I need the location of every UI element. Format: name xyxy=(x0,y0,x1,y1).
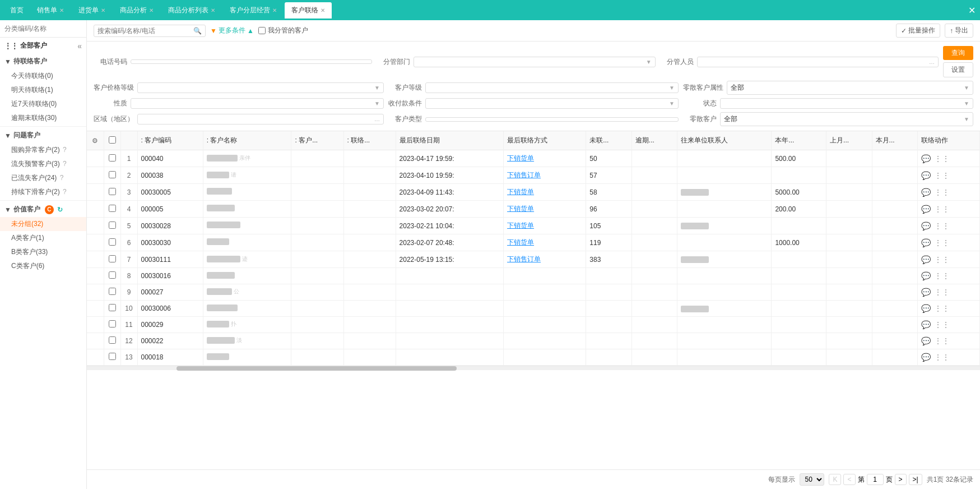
close-product-analysis-list-icon[interactable]: ✕ xyxy=(211,7,215,13)
filter-price-tier-select[interactable]: ▼ xyxy=(137,82,384,93)
row-checkbox[interactable] xyxy=(104,201,120,218)
chat-icon[interactable]: 💬 xyxy=(921,271,931,280)
sidebar-item-churned[interactable]: 已流失客户(24) ? xyxy=(0,171,86,185)
close-customer-contact-icon[interactable]: ✕ xyxy=(321,7,325,13)
row-checkbox[interactable] xyxy=(104,150,120,167)
th-overdue[interactable]: 逾期... xyxy=(631,131,677,150)
tab-customer-tier[interactable]: 客户分层经营 ✕ xyxy=(223,2,284,19)
more-actions-icon[interactable]: ⋮⋮ xyxy=(934,271,950,280)
home-tab[interactable]: 首页 xyxy=(4,2,29,19)
th-not-linked[interactable]: 未联... xyxy=(586,131,631,150)
chat-icon[interactable]: 💬 xyxy=(921,288,931,297)
more-actions-icon[interactable]: ⋮⋮ xyxy=(934,336,950,345)
filter-phone-input[interactable] xyxy=(131,59,372,64)
sidebar-item-today-pending[interactable]: 今天待联络(0) xyxy=(0,69,86,83)
close-product-analysis-icon[interactable]: ✕ xyxy=(149,7,154,13)
pending-group-header[interactable]: ▼ 待联络客户 xyxy=(0,54,86,69)
th-last-month[interactable]: 上月... xyxy=(826,131,872,150)
tab-product-analysis-list[interactable]: 商品分析列表 ✕ xyxy=(161,2,222,19)
more-actions-icon[interactable]: ⋮⋮ xyxy=(934,222,950,230)
prev-page-button[interactable]: < xyxy=(843,474,855,485)
row-checkbox[interactable] xyxy=(104,317,120,333)
tab-sales-order[interactable]: 销售单 ✕ xyxy=(30,2,71,19)
th-last-contact-method[interactable]: 最后联络方式 xyxy=(504,131,586,150)
filter-dept-select[interactable]: ▼ xyxy=(414,57,655,67)
chat-icon[interactable]: 💬 xyxy=(921,222,931,230)
row-checkbox[interactable] xyxy=(104,167,120,184)
filter-status-select[interactable]: ▼ xyxy=(720,98,973,109)
chat-icon[interactable]: 💬 xyxy=(921,154,931,163)
batch-ops-button[interactable]: ✓ 批量操作 xyxy=(896,24,940,38)
close-customer-tier-icon[interactable]: ✕ xyxy=(272,7,277,13)
tab-purchase-order[interactable]: 进货单 ✕ xyxy=(72,2,112,19)
chat-icon[interactable]: 💬 xyxy=(921,188,931,197)
reset-button[interactable]: 设置 xyxy=(943,62,973,77)
filter-cust-tier-select[interactable]: ▼ xyxy=(425,82,679,93)
filter-region-select[interactable]: … xyxy=(137,114,384,124)
more-conditions-toggle[interactable]: ▼ 更多条件 ▲ xyxy=(210,26,254,35)
th-contacts[interactable]: 往来单位联系人 xyxy=(677,131,772,150)
row-checkbox[interactable] xyxy=(104,284,120,301)
sidebar-item-7day-pending[interactable]: 近7天待联络(0) xyxy=(0,97,86,111)
chat-icon[interactable]: 💬 xyxy=(921,205,931,214)
row-checkbox[interactable] xyxy=(104,251,120,268)
close-all-tabs-icon[interactable]: ✕ xyxy=(968,5,976,16)
filter-person-select[interactable]: … xyxy=(697,57,939,67)
th-customer-code[interactable]: : 客户编码 xyxy=(137,131,203,150)
more-actions-icon[interactable]: ⋮⋮ xyxy=(934,304,950,313)
tab-customer-contact[interactable]: 客户联络 ✕ xyxy=(285,2,332,19)
chat-icon[interactable]: 💬 xyxy=(921,336,931,345)
tab-product-analysis[interactable]: 商品分析 ✕ xyxy=(113,2,160,19)
collapse-sidebar-icon[interactable]: « xyxy=(77,41,82,50)
chat-icon[interactable]: 💬 xyxy=(921,171,931,180)
more-actions-icon[interactable]: ⋮⋮ xyxy=(934,171,950,180)
row-checkbox[interactable] xyxy=(104,268,120,284)
select-all-checkbox[interactable] xyxy=(109,136,116,144)
sidebar-item-tomorrow-pending[interactable]: 明天待联络(1) xyxy=(0,83,86,97)
main-search-icon[interactable]: 🔍 xyxy=(193,27,202,35)
more-actions-icon[interactable]: ⋮⋮ xyxy=(934,238,950,247)
th-gear[interactable]: ⚙ xyxy=(87,131,104,150)
my-customers-checkbox[interactable]: 我分管的客户 xyxy=(258,26,308,35)
filter-retail-cust-select[interactable]: 全部▼ xyxy=(720,112,973,126)
refresh-icon[interactable]: ↻ xyxy=(57,206,63,214)
row-checkbox[interactable] xyxy=(104,301,120,317)
row-checkbox[interactable] xyxy=(104,234,120,251)
chat-icon[interactable]: 💬 xyxy=(921,320,931,329)
page-size-select[interactable]: 50 xyxy=(800,473,824,486)
more-actions-icon[interactable]: ⋮⋮ xyxy=(934,320,950,329)
more-actions-icon[interactable]: ⋮⋮ xyxy=(934,205,950,214)
chat-icon[interactable]: 💬 xyxy=(921,304,931,313)
problem-group-header[interactable]: ▼ 问题客户 xyxy=(0,128,86,143)
th-this-month[interactable]: 本月... xyxy=(872,131,917,150)
th-this-year[interactable]: 本年... xyxy=(772,131,826,150)
query-button[interactable]: 查询 xyxy=(943,46,973,60)
page-number-input[interactable] xyxy=(867,474,884,485)
chat-icon[interactable]: 💬 xyxy=(921,238,931,247)
close-sales-order-icon[interactable]: ✕ xyxy=(59,7,64,13)
sidebar-item-b-customers[interactable]: B类客户(33) xyxy=(0,245,86,259)
filter-payment-select[interactable]: ▼ xyxy=(425,98,679,109)
next-page-button[interactable]: > xyxy=(895,474,907,485)
sidebar-item-c-customers[interactable]: C类客户(6) xyxy=(0,259,86,273)
sidebar-item-overdue-pending[interactable]: 逾期未联络(30) xyxy=(0,111,86,125)
more-actions-icon[interactable]: ⋮⋮ xyxy=(934,255,950,264)
my-customers-check[interactable] xyxy=(258,27,266,34)
horizontal-scrollbar-thumb[interactable] xyxy=(177,366,457,371)
sidebar-item-churn-warning[interactable]: 流失预警客户(3) ? xyxy=(0,157,86,171)
row-checkbox[interactable] xyxy=(104,333,120,349)
filter-retail-attr-select[interactable]: 全部▼ xyxy=(727,81,973,95)
row-checkbox[interactable] xyxy=(104,218,120,234)
chat-icon[interactable]: 💬 xyxy=(921,353,931,362)
sidebar-search-input[interactable] xyxy=(4,25,87,33)
all-customers-header[interactable]: ⋮⋮ 全部客户 « xyxy=(0,38,86,54)
filter-nature-select[interactable]: ▼ xyxy=(131,98,384,109)
th-checkbox[interactable] xyxy=(104,131,120,150)
th-customer-type[interactable]: : 客户... xyxy=(291,131,343,150)
th-customer-name[interactable]: : 客户名称 xyxy=(203,131,291,150)
more-actions-icon[interactable]: ⋮⋮ xyxy=(934,188,950,197)
first-page-button[interactable]: K xyxy=(829,474,841,485)
close-purchase-order-icon[interactable]: ✕ xyxy=(101,7,105,13)
horizontal-scrollbar[interactable] xyxy=(87,366,980,370)
more-actions-icon[interactable]: ⋮⋮ xyxy=(934,288,950,297)
